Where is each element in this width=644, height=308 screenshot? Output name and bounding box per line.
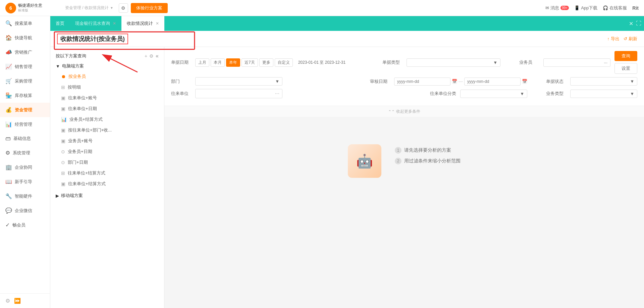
date-btn-this-year[interactable]: 本年 (226, 58, 240, 67)
online-service-btn[interactable]: 🎧 在线客服 (603, 5, 627, 11)
scheme-item-by-salesman[interactable]: ⏺ 按业务员 (50, 71, 164, 82)
sidebar-item-operations[interactable]: 📊 经营管理 (0, 117, 50, 132)
filter-row-1: 单据日期 上月 本月 本年 近7天 更多 自定义 2023-01-01 至 20… (171, 51, 637, 74)
message-label: 消息 (550, 5, 559, 11)
partner-select[interactable]: ··· (195, 89, 282, 98)
date-btn-last-month[interactable]: 上月 (195, 58, 209, 67)
collapse-icon: ⌃⌃ (388, 109, 395, 114)
status-select[interactable]: ▼ (570, 77, 637, 86)
date-btn-custom[interactable]: 自定义 (275, 58, 293, 67)
scheme-item-salesman-date[interactable]: ⊙ 业务员+日期 (50, 146, 164, 157)
sidebar-item-search-label: 搜索菜单 (15, 20, 32, 27)
message-btn[interactable]: ✉ 消息 99+ (545, 5, 569, 11)
partner-more-btn[interactable]: ··· (275, 91, 279, 97)
query-button[interactable]: 查询 (614, 51, 637, 61)
sidebar-item-enterprise[interactable]: 🏢 企业协同 (0, 160, 50, 174)
tab-bank-flow[interactable]: 现金银行流水查询 ✕ (70, 16, 121, 31)
tab-bank-flow-close[interactable]: ✕ (113, 21, 116, 26)
date-btn-this-month[interactable]: 本月 (211, 58, 225, 67)
settings-button[interactable]: 设置 (614, 63, 637, 74)
wechat-icon: 💬 (5, 207, 12, 214)
sidebar-item-member[interactable]: ✓ 畅会员 (0, 218, 50, 232)
app-download-btn[interactable]: 📱 App下载 (574, 5, 597, 11)
dept-dropdown-icon: ▼ (275, 79, 279, 84)
sidebar-settings-btn[interactable]: ⚙ (5, 298, 10, 304)
scheme-add-btn[interactable]: + (145, 53, 147, 59)
step-1-num: 1 (395, 147, 401, 154)
sidebar-item-finance-label: 资金管理 (15, 107, 32, 113)
scheme-item-partner-dept-receipt[interactable]: ▣ 按往来单位+部门+收... (50, 125, 164, 136)
sidebar-item-purchase[interactable]: 🛒 采购管理 (0, 74, 50, 88)
marketing-icon: 📣 (5, 49, 12, 55)
tab-receipt-stat-close[interactable]: ✕ (156, 21, 159, 26)
inventory-icon: 🏪 (5, 92, 12, 99)
scheme-settings-btn[interactable]: ⚙ (149, 53, 154, 59)
finance-icon: 💰 (5, 107, 12, 113)
sidebar-footer: ⚙ ⏩ (0, 293, 50, 308)
page-header: 收款情况统计(按业务员) ↑ 导出 ↺ 刷新 (50, 31, 644, 47)
review-date-start[interactable] (394, 78, 450, 86)
sidebar-item-wechat[interactable]: 💬 企业微信 (0, 203, 50, 218)
sidebar-item-sales[interactable]: 📈 销售管理 (0, 59, 50, 74)
sidebar-item-marketing[interactable]: 📣 营销推广 (0, 45, 50, 59)
calendar-icon-start[interactable]: 📅 (452, 79, 457, 84)
tab-receipt-stat[interactable]: 收款情况统计 ✕ (121, 16, 164, 31)
empty-guide: 🤖 1 请先选择要分析的方案 2 用过滤条件来缩小分析范围 (348, 144, 461, 178)
tab-close-all-icon[interactable]: ✕ (629, 20, 633, 27)
sidebar-collapse-btn[interactable]: ⏩ (14, 298, 21, 304)
breadcrumb-nav[interactable]: 资金管理 / 收款情况统计 ▼ (62, 4, 116, 12)
sidebar-item-inventory[interactable]: 🏪 库存核算 (0, 88, 50, 103)
partner-category-select[interactable]: ▼ (460, 90, 527, 98)
scheme-item-partner-date[interactable]: ▣ 往来单位+日期 (50, 103, 164, 114)
tab-fullscreen-icon[interactable]: ⛶ (636, 20, 641, 27)
scheme-item-salesman-account[interactable]: ▣ 业务员+账号 (50, 136, 164, 146)
export-button[interactable]: ↑ 导出 (607, 36, 620, 42)
date-btn-more[interactable]: 更多 (259, 58, 273, 67)
sidebar-item-finance[interactable]: 💰 资金管理 (0, 103, 50, 117)
sidebar-item-system[interactable]: ⚙ 系统管理 (0, 146, 50, 160)
sidebar-item-quicknav-label: 快捷导航 (15, 35, 32, 41)
scheme-item-icon-partner-date: ▣ (61, 106, 65, 111)
tab-home[interactable]: 首页 (50, 16, 70, 31)
sidebar-item-guide[interactable]: 📖 新手引导 (0, 174, 50, 189)
salesman-select[interactable]: ··· (543, 58, 610, 67)
sidebar-item-quicknav[interactable]: 🏠 快捷导航 (0, 31, 50, 45)
date-btn-7days[interactable]: 近7天 (241, 58, 258, 67)
review-date-end[interactable] (464, 78, 521, 86)
collapse-bar[interactable]: ⌃⌃ 收起更多条件 (164, 106, 644, 117)
scheme-item-dept-date[interactable]: ⊙ 部门+日期 (50, 157, 164, 168)
user-name-area[interactable]: Rit (632, 5, 639, 11)
partner-label: 往来单位 (171, 91, 191, 97)
scheme-collapse-btn[interactable]: « (156, 53, 159, 59)
sidebar-item-purchase-label: 采购管理 (15, 78, 32, 84)
home-icon: 🏠 (5, 35, 12, 41)
refresh-button[interactable]: ↺ 刷新 (624, 36, 637, 42)
trial-button[interactable]: 体验行业方案 (131, 3, 168, 13)
scheme-item-salesman-settle[interactable]: 📊 业务员+结算方式 (50, 114, 164, 125)
member-icon: ✓ (5, 222, 10, 228)
scheme-item-partner-settle2[interactable]: ▣ 往来单位+结算方式 (50, 178, 164, 189)
calendar-icon-end[interactable]: 📅 (522, 79, 527, 84)
sidebar-item-basic-info[interactable]: 🗃 基础信息 (0, 132, 50, 146)
scheme-group-desktop-title[interactable]: ▼ 电脑端方案 (50, 61, 164, 71)
scheme-item-icon-dept-date: ⊙ (61, 160, 65, 165)
page-header-actions: ↑ 导出 ↺ 刷新 (607, 36, 638, 42)
dept-select[interactable]: ▼ (195, 77, 282, 86)
scheme-group-mobile-title[interactable]: ▶ 移动端方案 (50, 191, 164, 201)
scheme-item-partner-account[interactable]: ▣ 往来单位+账号 (50, 93, 164, 103)
sidebar-item-operations-label: 经营管理 (15, 121, 32, 127)
scheme-header-actions: + ⚙ « (145, 53, 159, 59)
settings-icon-btn[interactable]: ⚙ (119, 3, 128, 13)
scheme-item-salesman-account-label: 业务员+账号 (68, 138, 93, 144)
sidebar-item-search[interactable]: 🔍 搜索菜单 (0, 16, 50, 31)
scheme-item-by-detail[interactable]: ⊞ 按明细 (50, 82, 164, 93)
filter-row-2: 部门 ▼ 审核日期 📅 — 📅 (171, 77, 637, 86)
type-select[interactable]: ▼ (407, 58, 500, 67)
scheme-item-partner-settle1[interactable]: ⊞ 往来单位+结算方式 (50, 168, 164, 178)
sidebar-item-smart[interactable]: 🔧 智能硬件 (0, 189, 50, 203)
biz-type-select[interactable]: ▼ (570, 90, 637, 98)
nav-dropdown-icon[interactable]: ▼ (110, 6, 113, 10)
sidebar-item-member-label: 畅会员 (12, 222, 25, 228)
date-separator: — (459, 79, 463, 84)
export-label: 导出 (611, 36, 620, 42)
